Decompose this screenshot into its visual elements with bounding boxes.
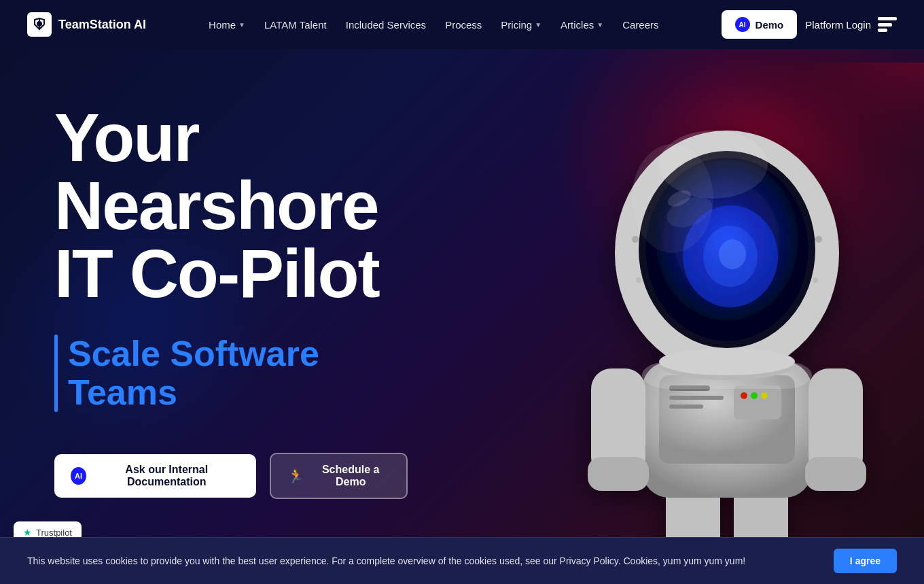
hero-content: Your Nearshore IT Co-Pilot Scale Softwar… [0,49,462,540]
svg-rect-20 [588,457,649,491]
svg-point-16 [751,392,758,399]
trustpilot-star: ★ [23,527,32,538]
svg-point-33 [719,239,746,269]
navbar: TeamStation AI Home▼ LATAM Talent Includ… [0,0,924,49]
svg-point-26 [659,348,795,375]
hero-buttons: AI Ask our Internal Documentation 🏃 Sche… [54,453,408,499]
svg-point-38 [636,277,641,283]
brand-name: TeamStation AI [58,18,146,32]
nav-articles[interactable]: Articles▼ [554,15,610,35]
nav-latam-talent[interactable]: LATAM Talent [257,15,334,35]
hero-subtitle: Scale Software Teams [68,334,408,412]
svg-rect-14 [734,385,781,419]
nav-actions: AI Demo Platform Login [722,10,897,39]
svg-point-15 [741,392,747,399]
svg-point-17 [761,392,768,399]
svg-rect-22 [805,457,866,491]
brand-logo-link[interactable]: TeamStation AI [27,12,146,37]
hero-subtitle-wrapper: Scale Software Teams [54,334,408,412]
internal-documentation-button[interactable]: AI Ask our Internal Documentation [54,454,256,498]
ai-doc-icon: AI [71,467,86,485]
nav-included-services[interactable]: Included Services [339,15,433,35]
nav-process[interactable]: Process [438,15,488,35]
svg-point-0 [37,21,42,27]
hero-section: Your Nearshore IT Co-Pilot Scale Softwar… [0,49,924,584]
nav-home[interactable]: Home▼ [202,15,252,35]
schedule-icon: 🏃 [287,468,304,484]
svg-rect-13 [669,405,703,409]
nav-careers[interactable]: Careers [616,15,665,35]
svg-rect-12 [669,396,724,400]
svg-point-36 [632,236,639,243]
hero-astronaut-image [516,63,924,566]
logo-icon [27,12,52,37]
nav-menu: Home▼ LATAM Talent Included Services Pro… [202,15,665,35]
svg-point-37 [815,236,822,243]
nav-pricing[interactable]: Pricing▼ [494,15,548,35]
trustpilot-label: Trustpilot [36,528,72,538]
svg-point-39 [813,277,818,283]
demo-button[interactable]: AI Demo [722,10,798,39]
cookie-banner: This website uses cookies to provide you… [0,537,924,584]
cookie-agree-button[interactable]: I agree [834,549,897,573]
svg-point-35 [659,131,768,199]
hero-title: Your Nearshore IT Co-Pilot [54,103,408,307]
schedule-demo-button[interactable]: 🏃 Schedule a Demo [270,453,408,499]
platform-login-button[interactable]: Platform Login [805,17,897,32]
cookie-text: This website uses cookies to provide you… [27,555,813,566]
layers-icon [878,17,897,32]
demo-ai-icon: AI [735,17,750,32]
